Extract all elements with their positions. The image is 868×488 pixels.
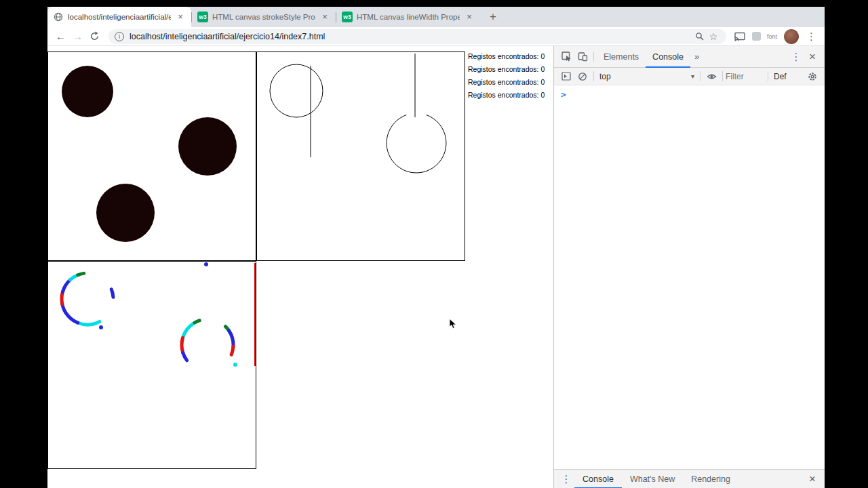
browser-toolbar: ← → i localhost/inteligenciaartificial/e… xyxy=(47,27,825,46)
tab-w3schools-strokestyle[interactable]: w3 HTML canvas strokeStyle Prop × xyxy=(192,7,336,27)
device-toolbar-icon[interactable] xyxy=(574,49,591,64)
tab-localhost[interactable]: localhost/inteligenciaartificial/e × xyxy=(47,7,191,27)
chevron-down-icon: ▾ xyxy=(691,73,694,80)
canvas-colored-arcs[interactable] xyxy=(47,261,256,469)
page-content: Registos encontrados: 0 Registos encontr… xyxy=(47,46,553,488)
settings-gear-icon[interactable] xyxy=(804,69,821,84)
log-levels-dropdown[interactable]: Def xyxy=(771,72,789,81)
browser-menu-icon[interactable]: ⋮ xyxy=(803,28,820,45)
canvas-outline-shapes[interactable] xyxy=(256,52,465,261)
console-sidebar-icon[interactable] xyxy=(558,69,574,84)
address-bar[interactable]: i localhost/inteligenciaartificial/ejerc… xyxy=(108,29,726,44)
reload-button[interactable] xyxy=(86,28,103,45)
separator xyxy=(593,71,594,81)
canvas-filled-circles[interactable] xyxy=(47,52,256,261)
tab-close-icon[interactable]: × xyxy=(319,12,330,22)
new-tab-button[interactable]: + xyxy=(484,8,502,26)
devtools-menu-icon[interactable]: ⋮ xyxy=(788,49,804,64)
drawer-close-icon[interactable]: × xyxy=(804,472,821,487)
console-filter-input[interactable] xyxy=(726,72,765,81)
drawer-tab-console[interactable]: Console xyxy=(574,470,622,488)
clear-console-icon[interactable] xyxy=(574,69,591,84)
globe-favicon-icon xyxy=(53,12,64,22)
extension-icon[interactable] xyxy=(752,32,761,41)
devtools-drawer: ⋮ Console What's New Rendering × xyxy=(554,469,825,488)
result-line: Registos encontrados: 0 xyxy=(468,50,545,63)
live-expression-eye-icon[interactable] xyxy=(703,69,719,84)
tab-elements[interactable]: Elements xyxy=(597,46,646,68)
result-line: Registos encontrados: 0 xyxy=(468,63,545,76)
font-extension-label[interactable]: font xyxy=(767,33,777,40)
mouse-cursor xyxy=(449,319,458,329)
separator xyxy=(700,71,701,81)
console-output[interactable]: > xyxy=(554,85,825,469)
back-button[interactable]: ← xyxy=(52,28,69,45)
result-line: Registos encontrados: 0 xyxy=(468,89,545,102)
drawer-menu-icon[interactable]: ⋮ xyxy=(558,472,574,487)
tab-title: HTML canvas lineWidth Proper xyxy=(357,13,460,21)
devtools-close-icon[interactable]: × xyxy=(804,49,821,64)
devtools-header: Elements Console » ⋮ × xyxy=(554,46,825,68)
zoom-icon[interactable] xyxy=(693,30,707,43)
context-selector[interactable]: top ▾ xyxy=(597,72,697,81)
separator xyxy=(722,71,723,81)
bookmark-star-icon[interactable]: ☆ xyxy=(707,30,720,43)
results-list: Registos encontrados: 0 Registos encontr… xyxy=(468,50,545,102)
tab-title: HTML canvas strokeStyle Prop xyxy=(212,13,315,21)
tab-strip: localhost/inteligenciaartificial/e × w3 … xyxy=(47,7,825,27)
tab-w3schools-linewidth[interactable]: w3 HTML canvas lineWidth Proper × xyxy=(336,7,480,27)
console-prompt-icon: > xyxy=(554,85,566,100)
more-panels-icon[interactable]: » xyxy=(690,52,703,62)
tab-title: localhost/inteligenciaartificial/e xyxy=(68,13,171,21)
forward-button[interactable]: → xyxy=(69,28,86,45)
screen: localhost/inteligenciaartificial/e × w3 … xyxy=(0,0,868,488)
w3schools-favicon-icon: w3 xyxy=(342,12,353,22)
inspect-element-icon[interactable] xyxy=(558,49,574,64)
separator xyxy=(593,52,594,62)
browser-window: localhost/inteligenciaartificial/e × w3 … xyxy=(47,7,825,488)
tab-close-icon[interactable]: × xyxy=(464,12,475,22)
separator xyxy=(768,71,768,81)
info-icon[interactable]: i xyxy=(115,32,124,41)
tab-close-icon[interactable]: × xyxy=(175,12,186,22)
devtools-panel: Elements Console » ⋮ × top xyxy=(553,46,825,488)
drawer-tab-rendering[interactable]: Rendering xyxy=(683,470,738,488)
context-selector-value: top xyxy=(599,72,611,81)
w3schools-favicon-icon: w3 xyxy=(197,12,208,22)
tab-console[interactable]: Console xyxy=(646,46,690,68)
drawer-tab-whats-new[interactable]: What's New xyxy=(622,470,683,488)
profile-avatar[interactable] xyxy=(784,29,799,44)
cast-icon[interactable] xyxy=(732,28,749,45)
console-toolbar: top ▾ Def xyxy=(554,68,825,85)
result-line: Registos encontrados: 0 xyxy=(468,76,545,89)
url-text: localhost/inteligenciaartificial/ejercic… xyxy=(130,32,688,41)
content-area: Registos encontrados: 0 Registos encontr… xyxy=(47,46,825,488)
